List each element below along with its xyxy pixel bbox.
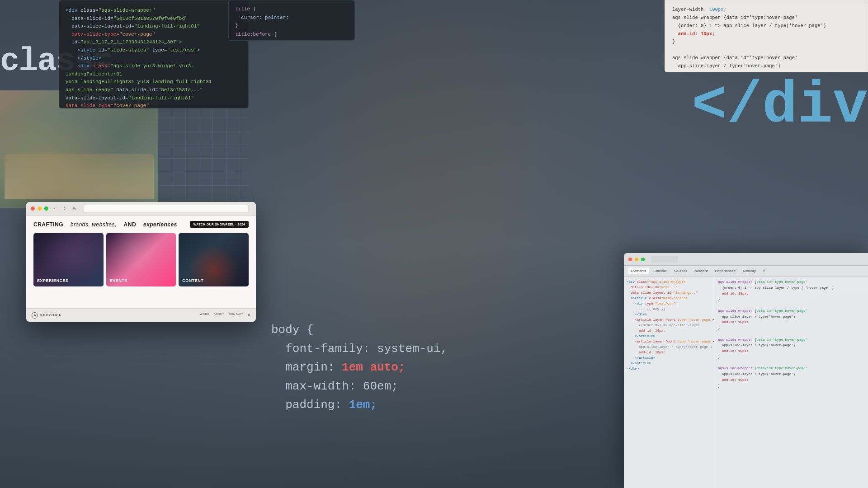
dr-line-19: } <box>718 383 864 389</box>
footer-logo-dot <box>34 314 36 316</box>
dr-line-17: app-slice-layer / type('hover-page') <box>718 371 864 377</box>
dr-line-10 <box>718 331 864 337</box>
dr-line-3: add-id: 10px; <box>718 291 864 297</box>
devtools-tab-network[interactable]: Network <box>692 267 710 274</box>
card-content[interactable]: CONTENT <box>179 233 249 286</box>
code-line-7: </style> <box>66 55 242 63</box>
css-line-2: cursor: pointer; <box>235 14 348 22</box>
furniture-element <box>5 154 154 199</box>
footer-nav-contact[interactable]: CONTACT <box>229 313 243 318</box>
dt-line-5: <div type="text/css"> <box>627 301 711 306</box>
dr-line-14: } <box>718 354 864 360</box>
devtools-tab-console[interactable]: Console <box>651 267 669 274</box>
footer-menu-icon[interactable]: ≡ <box>248 313 250 318</box>
devtools-addressbar[interactable] <box>651 256 678 263</box>
dr-line-8: add-id: 10px; <box>718 319 864 325</box>
tagline-experiences: experiences <box>143 221 177 228</box>
tagline-crafting: CRAFTING <box>33 221 63 228</box>
code-line-3: data-slice-layout-id="landing-full-right… <box>66 23 242 31</box>
dt-line-12: <article-layer-found type='hover-page'> <box>627 339 711 344</box>
code-line-9: yui3-landingFullright81 yui3-landing-ful… <box>66 78 242 86</box>
browser-chrome: ‹ › ↻ <box>26 202 256 216</box>
dt-line-16: </article> <box>627 361 711 366</box>
css-line-3: } <box>235 22 348 30</box>
tr-line-5: } <box>672 38 860 46</box>
div-close-tag-text: </div <box>692 77 868 136</box>
tr-line-2: aqs-slide-wrapper {data-id='type:hover-p… <box>672 14 860 22</box>
devtools-tab-performance[interactable]: Performance <box>712 267 738 274</box>
dt-line-8: <article-layer-found type='hover-page'> <box>627 317 711 323</box>
devtools-tab-elements[interactable]: Elements <box>628 267 649 274</box>
footer-logo-icon <box>32 312 38 319</box>
browser-address-bar[interactable] <box>84 205 249 213</box>
dt-line-11: </article> <box>627 333 711 339</box>
card-events-label: EVENTS <box>110 278 127 283</box>
footer-brand-text: SPECTRA <box>40 314 61 317</box>
browser-mockup-main: ‹ › ↻ CRAFTING brands, websites, AND exp… <box>26 202 256 322</box>
css-bottom-max-width: max-width: 60em; <box>271 377 506 396</box>
dt-line-9: {{order:0}} => app-slice-layer <box>627 323 711 328</box>
browser-dot-red[interactable] <box>31 206 35 211</box>
css-bottom-margin: margin: 1em auto; <box>271 358 506 377</box>
dr-line-7: app-slice-layer / type('hover-page') <box>718 314 864 320</box>
browser-dot-green[interactable] <box>44 206 48 211</box>
code-panel-topcenter: title { cursor: pointer; } title:before … <box>228 0 355 41</box>
devtools-tabs-bar: Elements Console Sources Network Perform… <box>624 266 868 277</box>
css-line-4: title:before { <box>235 30 348 39</box>
browser-refresh-button[interactable]: ↻ <box>71 205 78 212</box>
css-line-1: title { <box>235 5 348 14</box>
card-experiences[interactable]: EXPERIENCES <box>33 233 104 286</box>
dt-line-17: </div> <box>627 366 711 371</box>
dt-line-15: </article> <box>627 355 711 361</box>
card-experiences-label: EXPERIENCES <box>37 278 69 283</box>
tagline-and: AND <box>124 221 137 228</box>
code-panel-topleft: <div class="aqs-slide-wrapper" data-slic… <box>59 0 249 108</box>
browser-dot-yellow[interactable] <box>38 206 42 211</box>
devtools-dot-red[interactable] <box>628 258 632 261</box>
tr-line-4: add-id: 10px; <box>672 30 860 38</box>
showreel-button[interactable]: WATCH OUR SHOWREEL - 2024 <box>190 221 249 228</box>
footer-navigation: WORK ABOUT CONTACT ≡ <box>200 313 250 318</box>
card-events[interactable]: EVENTS <box>106 233 176 286</box>
devtools-dot-yellow[interactable] <box>635 258 638 261</box>
css-bottom-selector: body { <box>271 321 506 340</box>
dt-line-1: <div class="aqs-slide-wrapper" <box>627 279 711 285</box>
devtools-styles-panel: aqs-slide-wrapper {data id='type:hover-p… <box>714 277 868 488</box>
dt-line-7: </div> <box>627 312 711 317</box>
browser-footer: SPECTRA WORK ABOUT CONTACT ≡ <box>26 308 256 322</box>
tr-line-3: {order: 0} 1 => app-slice-layer / type('… <box>672 22 860 30</box>
dr-line-2: {order: 0} 1 => app-slice-layer / type (… <box>718 285 864 291</box>
tagline-brands-websites: brands, websites, <box>71 221 117 228</box>
code-line-10: aqs-slide-ready" data-slide-id="5e13cf58… <box>66 86 242 94</box>
code-panel-topright: layer-width: 100px; aqs-slide-wrapper {d… <box>665 0 868 72</box>
code-line-4: data-slide-type="cover-page" <box>66 31 242 39</box>
dr-line-1: aqs-slide-wrapper {data id='type:hover-p… <box>718 279 864 285</box>
tr-line-1: layer-width: 100px; <box>672 6 860 14</box>
tr-line-6 <box>672 46 860 54</box>
code-line-12: data-slide-type="cover-page" <box>66 102 242 108</box>
tr-line-8: app-slice-layer / type('hover-page') <box>672 62 860 70</box>
browser-forward-button[interactable]: › <box>61 205 68 212</box>
footer-nav-about[interactable]: ABOUT <box>214 313 224 318</box>
dr-line-18: add-id: 10px; <box>718 377 864 383</box>
devtools-tab-sources[interactable]: Sources <box>671 267 690 274</box>
dr-line-11: aqs-slide-wrapper {data-id='type:hover-p… <box>718 337 864 343</box>
footer-nav-work[interactable]: WORK <box>200 313 209 318</box>
dt-line-4: <article class="main-content <box>627 296 711 301</box>
code-line-2: data-slice-id="5e13cf581a8570f0f9e0fbd" <box>66 15 242 23</box>
devtools-tab-memory[interactable]: Memory <box>740 267 759 274</box>
devtools-body: <div class="aqs-slide-wrapper" data-slid… <box>624 277 868 488</box>
dt-line-13: app-slice-layer / type('hover-page') <box>627 344 711 350</box>
code-line-5: id="yui_3_17_2_1_17333431243124_307"> <box>66 38 242 47</box>
css-code-bottom: body { font-family: system-ui, margin: 1… <box>271 321 506 488</box>
card-content-label: CONTENT <box>182 278 203 283</box>
devtools-dot-green[interactable] <box>641 258 645 261</box>
dr-line-12: app-slice-layer / type('hover-page') <box>718 343 864 348</box>
dr-line-4: } <box>718 296 864 302</box>
footer-logo: SPECTRA <box>32 312 61 319</box>
code-line-8: <div class="aqs-slide yui3-widget yui3-l… <box>66 62 242 78</box>
devtools-tab-more[interactable]: » <box>760 267 768 274</box>
browser-back-button[interactable]: ‹ <box>51 205 58 212</box>
dt-line-2: data-slide-id="5e13..." <box>627 285 711 290</box>
browser-content-area: CRAFTING brands, websites, AND experienc… <box>26 216 256 308</box>
